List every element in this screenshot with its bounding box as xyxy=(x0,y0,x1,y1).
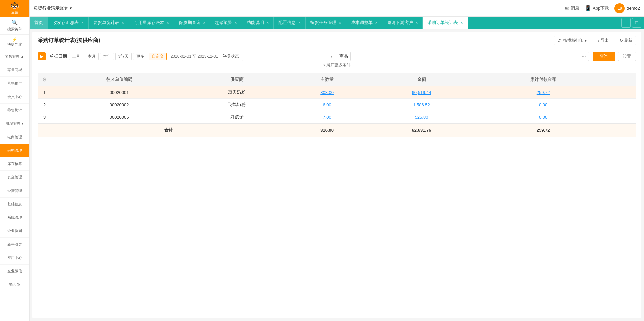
td-supplier: 惠氏奶粉 xyxy=(187,86,286,99)
filter-row-1: ▶ 单据日期 上月 本月 本年 近7天 更多 自定义 2016-01-01 至 … xyxy=(38,52,636,61)
tab-home[interactable]: 首页 xyxy=(30,17,48,29)
close-icon[interactable]: × xyxy=(122,21,124,25)
goods-dots-btn[interactable]: ··· xyxy=(582,53,586,59)
sidebar-item-retail-stats[interactable]: 零售统计 xyxy=(0,104,29,117)
page: 采购订单统计表(按供应商) 🖨 按模板打印 ▾ ↓ 导出 ↻ 刷新 xyxy=(32,32,641,318)
td-code: 00020001 xyxy=(51,86,187,99)
tab-cost-adjust[interactable]: 成本调整单 × xyxy=(346,17,382,29)
qty-link[interactable]: 7.00 xyxy=(323,115,331,120)
filter-toggle-btn[interactable]: ▶ xyxy=(38,52,46,60)
date-btn-7days[interactable]: 近7天 xyxy=(115,53,132,60)
workspace-selector[interactable]: 母婴行业演示账套 ▾ xyxy=(34,5,562,11)
sidebar-item-ecommerce[interactable]: 电商管理 xyxy=(0,130,29,144)
qty-link[interactable]: 6.00 xyxy=(323,102,331,107)
main-area: 母婴行业演示账套 ▾ ✉ 消息 📱 App下载 Ea demo2 首页 收发存汇… xyxy=(30,0,644,321)
sidebar-item-enterprise[interactable]: 企业协同 xyxy=(0,224,29,238)
tab-order-stats[interactable]: 要货单统计表 × xyxy=(89,17,129,29)
tab-collection-summary[interactable]: 收发存汇总表 × xyxy=(48,17,89,29)
sidebar-item-member[interactable]: 会员中心 xyxy=(0,90,29,104)
sidebar-item-basic-info[interactable]: 基础信息 xyxy=(0,198,29,211)
date-btn-custom[interactable]: 自定义 xyxy=(149,53,167,60)
sidebar-item-search[interactable]: 🔍 搜索英单 xyxy=(0,17,29,35)
column-settings-icon[interactable]: ⚙ xyxy=(42,77,47,82)
tab-invite-downstream[interactable]: 邀请下游客户 × xyxy=(382,17,423,29)
maximize-tab-btn[interactable]: □ xyxy=(632,18,641,28)
tab-expiry-query[interactable]: 保质期查询 × xyxy=(174,17,210,29)
sidebar-item-vip[interactable]: 畅会员 xyxy=(0,278,29,291)
th-supplier: 供应商 xyxy=(187,73,286,86)
sidebar-item-operations[interactable]: 经营管理 xyxy=(0,184,29,198)
th-settings: ⚙ xyxy=(38,73,51,86)
print-button[interactable]: 🖨 按模板打印 ▾ xyxy=(554,36,590,45)
sidebar-item-wechat[interactable]: 企业微信 xyxy=(0,265,29,278)
sidebar-item-wholesale[interactable]: 批发管理 ▾ xyxy=(0,117,29,130)
print-icon: 🖨 xyxy=(558,38,562,43)
td-paid: 259.72 xyxy=(475,86,611,99)
date-quick-btns: 上月 本月 本年 近7天 更多 自定义 xyxy=(69,53,167,60)
close-tab-btn[interactable]: — xyxy=(621,18,631,28)
sidebar-item-quick-nav[interactable]: ⚡ 快捷导航 xyxy=(0,35,29,50)
tab-label: 超储预警 xyxy=(215,20,232,26)
tab-function-desc[interactable]: 功能说明 × xyxy=(242,17,274,29)
tab-overstock-warning[interactable]: 超储预警 × xyxy=(210,17,242,29)
settings-button[interactable]: 设置 xyxy=(618,52,636,61)
tab-available-stock[interactable]: 可用量库存账本 × xyxy=(129,17,174,29)
message-label: 消息 xyxy=(571,5,579,11)
amount-link[interactable]: 1,586.52 xyxy=(413,102,430,107)
sidebar-item-inventory[interactable]: 库存核算 xyxy=(0,157,29,171)
sidebar-item-retail-store[interactable]: 零售商城 xyxy=(0,63,29,77)
close-icon[interactable]: × xyxy=(235,21,237,25)
tab-purchase-order-stats[interactable]: 采购订单统计表 × xyxy=(423,17,468,29)
th-paid: 累计付款金额 xyxy=(475,73,611,86)
close-icon[interactable]: × xyxy=(82,21,84,25)
app-logo[interactable]: 🐯 标题 xyxy=(0,0,29,17)
sidebar-item-system[interactable]: 系统管理 xyxy=(0,211,29,224)
paid-link[interactable]: 0.00 xyxy=(539,115,547,120)
sidebar-item-finance[interactable]: 资金管理 xyxy=(0,171,29,184)
user-menu[interactable]: Ea demo2 xyxy=(614,3,640,13)
amount-link[interactable]: 525.80 xyxy=(415,115,428,120)
close-icon[interactable]: × xyxy=(167,21,169,25)
close-icon[interactable]: × xyxy=(461,21,463,25)
refresh-button[interactable]: ↻ 刷新 xyxy=(616,36,636,45)
qty-link[interactable]: 303.00 xyxy=(320,90,334,95)
sidebar-item-guide[interactable]: 新手引导 xyxy=(0,238,29,251)
close-icon[interactable]: × xyxy=(299,21,301,25)
search-icon: 🔍 xyxy=(11,19,18,26)
status-select[interactable]: ▾ xyxy=(241,52,335,61)
message-action[interactable]: ✉ 消息 xyxy=(565,5,579,11)
date-btn-this-year[interactable]: 本年 xyxy=(100,53,114,60)
th-extra xyxy=(611,73,636,86)
close-icon[interactable]: × xyxy=(375,21,377,25)
goods-input[interactable]: ··· xyxy=(350,52,589,61)
close-icon[interactable]: × xyxy=(416,21,418,25)
amount-link[interactable]: 60,519.44 xyxy=(412,90,431,95)
date-btn-more[interactable]: 更多 xyxy=(133,53,147,60)
export-label: 导出 xyxy=(601,38,609,43)
tab-pick-task[interactable]: 拣货任务管理 × xyxy=(306,17,346,29)
date-btn-last-month[interactable]: 上月 xyxy=(69,53,83,60)
close-icon[interactable]: × xyxy=(203,21,205,25)
sidebar-item-purchase[interactable]: 采购管理 xyxy=(0,144,29,157)
app-download-action[interactable]: 📱 App下载 xyxy=(585,5,609,11)
logo-icon: 🐯 xyxy=(10,2,19,10)
refresh-icon: ↻ xyxy=(620,38,623,43)
table-row: 2 00020002 飞鹤奶粉 6.00 1,586.52 0.00 xyxy=(38,99,636,111)
sidebar-item-marketing[interactable]: 营销推广 xyxy=(0,77,29,90)
query-button[interactable]: 查询 xyxy=(593,52,615,61)
expand-label: 展开更多条件 xyxy=(326,62,351,68)
paid-link[interactable]: 0.00 xyxy=(539,102,547,107)
date-btn-this-month[interactable]: 本月 xyxy=(85,53,99,60)
tab-config-info[interactable]: 配置信息 × xyxy=(274,17,306,29)
content-area: 采购订单统计表(按供应商) 🖨 按模板打印 ▾ ↓ 导出 ↻ 刷新 xyxy=(30,29,644,321)
sidebar-item-app-center[interactable]: 应用中心 xyxy=(0,251,29,265)
expand-more-btn[interactable]: ▾ 展开更多条件 xyxy=(38,61,636,69)
export-button[interactable]: ↓ 导出 xyxy=(594,36,612,45)
close-icon[interactable]: × xyxy=(339,21,341,25)
sidebar-item-retail-mgmt[interactable]: 零售管理 ▲ xyxy=(0,50,29,63)
paid-link[interactable]: 259.72 xyxy=(537,90,550,95)
close-icon[interactable]: × xyxy=(267,21,269,25)
date-label: 单据日期 xyxy=(50,53,67,59)
download-icon: 📱 xyxy=(585,5,591,11)
date-filter: 单据日期 上月 本月 本年 近7天 更多 自定义 xyxy=(50,53,167,60)
